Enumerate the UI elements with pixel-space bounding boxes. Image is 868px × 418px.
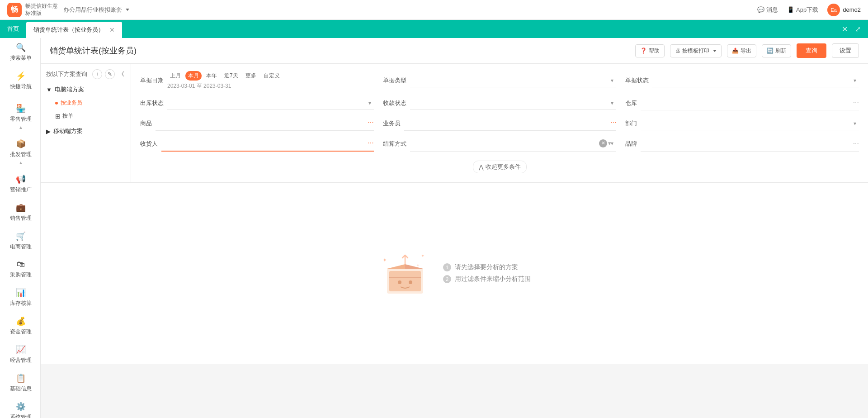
goods-ellipsis[interactable]: ··· xyxy=(368,119,373,127)
filter-brand: 品牌 ··· xyxy=(625,136,859,152)
scheme-edit-btn[interactable]: ✎ xyxy=(105,69,115,79)
doc-type-select[interactable] xyxy=(410,74,617,87)
empty-illustration: ✦ ✦ ✦ xyxy=(378,246,432,300)
scheme-group-pc-header[interactable]: ▼ 电脑端方案 xyxy=(41,83,131,96)
scheme-item-by-staff[interactable]: 按业务员 xyxy=(44,96,131,109)
goods-input[interactable] xyxy=(156,116,368,129)
date-tab-more[interactable]: 更多 xyxy=(243,71,259,81)
sidebar-item-search[interactable]: 🔍 搜索菜单 xyxy=(0,38,40,66)
logo-text: 畅捷信好生意 标准版 xyxy=(25,3,58,17)
scheme-item-by-order[interactable]: ⊞ 按单 xyxy=(44,109,131,123)
receiver-ellipsis[interactable]: ··· xyxy=(368,139,373,147)
query-btn[interactable]: 查询 xyxy=(797,43,826,58)
marketing-icon: 📢 xyxy=(16,174,26,184)
settlement-clear-btn[interactable]: ✕ xyxy=(599,139,607,147)
warehouse-input[interactable] xyxy=(641,95,853,109)
app-download-icon: 📱 xyxy=(787,6,794,13)
export-icon: 📤 xyxy=(732,48,739,54)
filter-out-status: 出库状态 xyxy=(140,95,374,110)
ecommerce-icon: 🛒 xyxy=(16,231,26,241)
sidebar-item-inventory[interactable]: 📊 库存核算 xyxy=(0,283,40,312)
sales-icon: 💼 xyxy=(16,203,26,213)
tab-close-all-btn[interactable]: ✕ xyxy=(840,23,849,35)
empty-state: ✦ ✦ ✦ 1 请先选择要分析的方案 xyxy=(41,210,868,337)
quicknav-icon: ⚡ xyxy=(16,71,26,81)
receiver-input[interactable] xyxy=(161,136,368,150)
svg-text:✦: ✦ xyxy=(382,257,387,263)
date-tab-7days[interactable]: 近7天 xyxy=(222,71,241,81)
doc-status-select[interactable] xyxy=(652,74,859,87)
sidebar-item-basic[interactable]: 📋 基础信息 xyxy=(0,369,40,397)
settings-btn[interactable]: 设置 xyxy=(832,43,859,58)
filter-receiver: 收货人 ··· xyxy=(140,136,374,152)
collection-status-select[interactable] xyxy=(410,96,617,110)
filter-staff: 业务员 ··· xyxy=(383,116,617,131)
user-name-label: demo2 xyxy=(843,6,861,13)
mobile-expand-icon: ▶ xyxy=(46,128,51,135)
scheme-collapse-btn[interactable]: 《 xyxy=(118,69,125,79)
warehouse-ellipsis[interactable]: ··· xyxy=(853,98,859,106)
filter-doc-type: 单据类型 xyxy=(383,71,617,90)
active-indicator xyxy=(55,102,58,104)
sidebar-item-purchase[interactable]: 🛍 采购管理 xyxy=(0,255,40,283)
scheme-group-mobile-header[interactable]: ▶ 移动端方案 xyxy=(41,124,131,138)
sidebar-item-sales[interactable]: 💼 销售管理 xyxy=(0,198,40,227)
brand-input[interactable] xyxy=(641,137,853,150)
breadcrumb-dropdown-icon[interactable] xyxy=(126,9,129,11)
sidebar-item-marketing[interactable]: 📢 营销推广 xyxy=(0,170,40,198)
export-btn[interactable]: 📤 导出 xyxy=(727,44,756,57)
wholesale-icon: 📦 xyxy=(16,139,26,149)
tab-close-icon[interactable]: ✕ xyxy=(109,26,115,33)
brand-ellipsis[interactable]: ··· xyxy=(853,139,859,147)
date-tab-thismonth[interactable]: 本月 xyxy=(185,71,202,81)
empty-step-1: 1 请先选择要分析的方案 xyxy=(443,263,531,271)
tab-home[interactable]: 首页 xyxy=(0,20,26,38)
tab-sales-stat[interactable]: 销货单统计表（按业务员） ✕ xyxy=(26,22,122,38)
help-btn[interactable]: ❓ 帮助 xyxy=(635,44,665,57)
sidebar-item-finance[interactable]: 💰 资金管理 xyxy=(0,312,40,340)
message-icon: 💬 xyxy=(757,6,764,13)
user-profile[interactable]: Ea demo2 xyxy=(827,4,861,16)
page-title: 销货单统计表(按业务员) xyxy=(50,45,137,56)
sidebar-item-operations[interactable]: 📈 经营管理 xyxy=(0,340,40,369)
filter-goods: 商品 ··· xyxy=(140,116,374,131)
date-tab-thisyear[interactable]: 本年 xyxy=(203,71,220,81)
tab-expand-btn[interactable]: ⤢ xyxy=(853,23,863,35)
step-1-num: 1 xyxy=(443,263,451,271)
help-icon: ❓ xyxy=(640,48,647,54)
staff-input[interactable] xyxy=(404,116,610,129)
scheme-add-btn[interactable]: + xyxy=(92,69,102,79)
scheme-group-pc: ▼ 电脑端方案 按业务员 ⊞ xyxy=(41,83,131,123)
sidebar-item-wholesale[interactable]: 📦 批发管理 ▲ xyxy=(0,134,40,170)
settlement-input[interactable] xyxy=(410,137,599,150)
sidebar-item-quicknav[interactable]: ⚡ 快捷导航 xyxy=(0,66,40,95)
collapse-conditions-btn[interactable]: ⋀ 收起更多条件 xyxy=(473,161,527,173)
svg-text:✦: ✦ xyxy=(416,263,420,267)
svg-marker-2 xyxy=(387,264,405,269)
refresh-icon: 🔄 xyxy=(767,48,774,54)
logo: 畅 畅捷信好生意 标准版 xyxy=(7,3,58,17)
template-print-btn[interactable]: 🖨 按模板打印 xyxy=(670,44,722,57)
filter-doc-status: 单据状态 xyxy=(625,71,859,90)
inventory-icon: 📊 xyxy=(16,288,26,298)
operations-icon: 📈 xyxy=(16,345,26,355)
refresh-btn[interactable]: 🔄 刷新 xyxy=(762,44,791,57)
sidebar-divider xyxy=(4,97,37,97)
date-tab-lastmonth[interactable]: 上月 xyxy=(167,71,184,81)
scheme-sidebar: 按以下方案查询 + ✎ 《 ▼ 电脑端方案 xyxy=(41,64,131,182)
filter-date: 单据日期 上月 本月 本年 近7天 更多 自定义 xyxy=(140,71,374,90)
settlement-dropdown-btn[interactable]: ▾ xyxy=(607,140,612,147)
date-tab-custom[interactable]: 自定义 xyxy=(261,71,283,81)
app-download-btn[interactable]: 📱 App下载 xyxy=(787,6,818,14)
out-status-select[interactable] xyxy=(167,96,374,110)
sidebar-item-retail[interactable]: 🏪 零售管理 ▲ xyxy=(0,99,40,134)
sidebar-item-ecommerce[interactable]: 🛒 电商管理 xyxy=(0,227,40,255)
search-icon: 🔍 xyxy=(16,43,26,52)
sidebar-item-system[interactable]: ⚙️ 系统管理 xyxy=(0,397,40,418)
empty-text: 1 请先选择要分析的方案 2 用过滤条件来缩小分析范围 xyxy=(443,263,531,283)
svg-point-5 xyxy=(398,280,401,284)
staff-ellipsis[interactable]: ··· xyxy=(610,119,616,127)
dept-select[interactable] xyxy=(641,117,859,130)
retail-icon: 🏪 xyxy=(16,104,26,114)
message-btn[interactable]: 💬 消息 xyxy=(757,6,778,14)
